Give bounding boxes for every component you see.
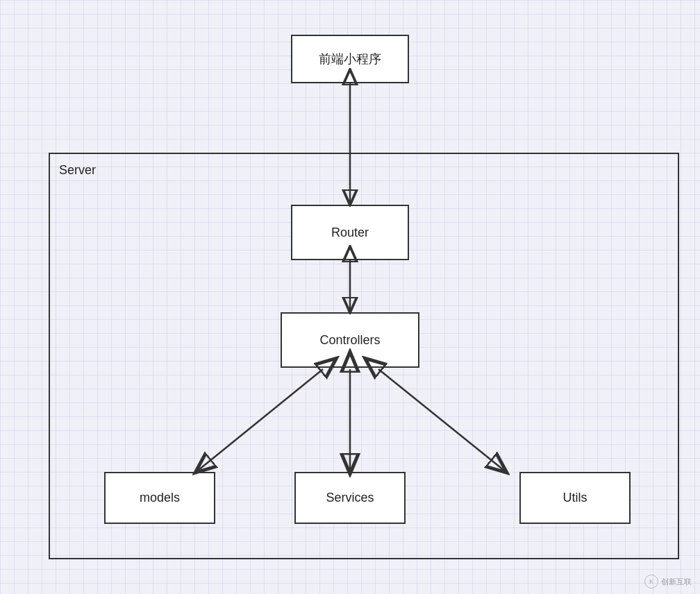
frontend-label: 前端小程序 [319, 51, 381, 67]
utils-box: Utils [519, 472, 631, 524]
services-label: Services [326, 491, 374, 505]
diagram-container: 前端小程序 Server Router Controllers models S… [14, 14, 686, 580]
router-label: Router [331, 226, 369, 240]
watermark: K 创新互联 [644, 575, 692, 588]
router-box: Router [291, 205, 409, 260]
services-box: Services [294, 472, 406, 524]
models-box: models [104, 472, 215, 524]
frontend-box: 前端小程序 [291, 35, 409, 83]
controllers-box: Controllers [281, 312, 419, 368]
watermark-icon: K [644, 575, 658, 588]
controllers-label: Controllers [319, 333, 380, 348]
models-label: models [140, 491, 180, 505]
server-label: Server [59, 163, 96, 178]
watermark-text: 创新互联 [661, 577, 692, 587]
utils-label: Utils [563, 491, 588, 505]
